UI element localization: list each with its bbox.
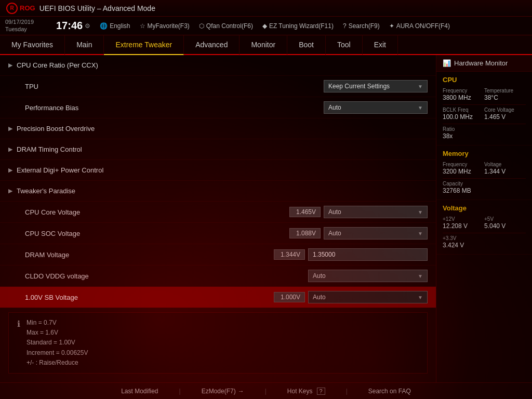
hw-cpu-bclk-label: BCLK Freq — [443, 107, 484, 113]
cpu-core-voltage-arrow-icon: ▼ — [418, 209, 423, 215]
nav-my-favorites-label: My Favorites — [11, 41, 53, 49]
hw-cpu-corevolt-value: 1.465 V — [484, 113, 526, 121]
dram-timing-row[interactable]: ▶ DRAM Timing Control — [0, 139, 436, 160]
hw-divider-4 — [443, 233, 526, 233]
hot-keys-item[interactable]: Hot Keys ? — [287, 388, 325, 395]
last-modified-label: Last Modified — [121, 388, 158, 395]
cpu-soc-voltage-value: 1.088V — [289, 228, 321, 238]
nav-advanced[interactable]: Advanced — [184, 35, 240, 55]
qfan-icon: ⬡ — [199, 22, 204, 30]
nav-monitor[interactable]: Monitor — [240, 35, 287, 55]
hw-volt-12-col: +12V 12.208 V — [443, 216, 484, 230]
info-text-block: Min = 0.7V Max = 1.6V Standard = 1.00V I… — [26, 318, 88, 368]
hw-cpu-corevolt-label: Core Voltage — [484, 107, 526, 113]
cldo-vddg-dropdown[interactable]: Auto ▼ — [308, 270, 428, 282]
nav-bar: My Favorites Main Extreme Tweaker Advanc… — [0, 35, 532, 55]
last-modified-item[interactable]: Last Modified — [121, 388, 158, 395]
cpu-core-voltage-wrapper: 1.465V Auto ▼ — [289, 206, 428, 218]
hw-divider-1 — [443, 104, 526, 105]
info-circle-icon: ℹ — [17, 319, 20, 368]
sb-voltage-value: 1.000V — [274, 292, 305, 302]
external-digi-row[interactable]: ▶ External Digi+ Power Control — [0, 160, 436, 181]
hw-cpu-bclk-corevolt-row: BCLK Freq 100.0 MHz Core Voltage 1.465 V — [443, 107, 526, 121]
hw-voltage-title: Voltage — [443, 204, 526, 212]
performance-bias-row[interactable]: Performance Bias Auto ▼ — [0, 97, 436, 118]
nav-main[interactable]: Main — [65, 35, 104, 55]
main-layout: ▶ CPU Core Ratio (Per CCX) TPU Keep Curr… — [0, 55, 532, 382]
hardware-monitor-panel: 📊 Hardware Monitor CPU Frequency 3800 MH… — [436, 55, 532, 382]
cldo-vddg-row[interactable]: CLDO VDDG voltage Auto ▼ — [0, 265, 436, 287]
aura-label: AURA ON/OFF(F4) — [396, 22, 450, 30]
hw-monitor-icon: 📊 — [443, 59, 451, 67]
hw-mem-freq-value: 3200 MHz — [443, 168, 484, 175]
cpu-soc-voltage-dropdown-value: Auto — [328, 230, 341, 237]
sb-voltage-dropdown[interactable]: Auto ▼ — [308, 291, 428, 303]
day-text: Tuesday — [5, 26, 47, 33]
ez-tuning-item[interactable]: ◆ EZ Tuning Wizard(F11) — [262, 22, 334, 30]
sb-voltage-row[interactable]: 1.00V SB Voltage 1.000V Auto ▼ — [0, 287, 436, 308]
cpu-core-voltage-dropdown[interactable]: Auto ▼ — [324, 206, 428, 218]
nav-main-label: Main — [76, 41, 92, 49]
hw-cpu-freq-temp-row: Frequency 3800 MHz Temperature 38°C — [443, 88, 526, 101]
search-item[interactable]: ? Search(F9) — [343, 22, 380, 30]
qfan-label: Qfan Control(F6) — [206, 22, 253, 30]
language-item[interactable]: 🌐 English — [100, 22, 130, 30]
content-area: ▶ CPU Core Ratio (Per CCX) TPU Keep Curr… — [0, 55, 436, 382]
nav-advanced-label: Advanced — [195, 41, 228, 49]
rog-text: ROG — [20, 4, 35, 12]
performance-bias-dropdown-value: Auto — [328, 104, 341, 111]
cldo-vddg-label: CLDO VDDG voltage — [25, 272, 308, 280]
hw-mem-volt-col: Voltage 1.344 V — [484, 162, 526, 175]
hot-keys-key-icon: ? — [317, 388, 325, 395]
cpu-core-voltage-row[interactable]: CPU Core Voltage 1.465V Auto ▼ — [0, 202, 436, 223]
tpu-dropdown[interactable]: Keep Current Settings ▼ — [324, 80, 428, 92]
search-faq-item[interactable]: Search on FAQ — [368, 388, 411, 395]
aura-item[interactable]: ✦ AURA ON/OFF(F4) — [389, 22, 450, 30]
info-box: ℹ Min = 0.7V Max = 1.6V Standard = 1.00V… — [8, 312, 428, 374]
nav-my-favorites[interactable]: My Favorites — [0, 35, 65, 55]
title-bar-title: UEFI BIOS Utility – Advanced Mode — [39, 4, 155, 12]
hw-mem-freq-col: Frequency 3200 MHz — [443, 162, 484, 175]
hw-cpu-freq-value: 3800 MHz — [443, 94, 484, 101]
nav-boot[interactable]: Boot — [287, 35, 326, 55]
performance-bias-dropdown[interactable]: Auto ▼ — [324, 101, 428, 114]
sb-voltage-arrow-icon: ▼ — [418, 295, 423, 300]
info-max: Max = 1.6V — [26, 328, 88, 338]
cpu-core-voltage-dropdown-value: Auto — [328, 208, 341, 216]
nav-exit[interactable]: Exit — [363, 35, 398, 55]
cpu-core-ratio-row[interactable]: ▶ CPU Core Ratio (Per CCX) — [0, 55, 436, 76]
time-text: 17:46 — [56, 20, 83, 32]
myfavorite-item[interactable]: ☆ MyFavorite(F3) — [140, 22, 190, 30]
precision-boost-row[interactable]: ▶ Precision Boost Overdrive — [0, 118, 436, 139]
tpu-row[interactable]: TPU Keep Current Settings ▼ — [0, 76, 436, 97]
expand-icon-cpu-core-ratio: ▶ — [8, 62, 12, 69]
nav-exit-label: Exit — [374, 41, 386, 49]
performance-bias-label: Performance Bias — [25, 104, 324, 112]
cpu-soc-voltage-label: CPU SOC Voltage — [25, 230, 289, 237]
cpu-core-voltage-label: CPU Core Voltage — [25, 208, 289, 216]
dram-voltage-row[interactable]: DRAM Voltage 1.344V 1.35000 — [0, 244, 436, 265]
language-label: English — [110, 22, 130, 30]
info-increment: Increment = 0.00625V — [26, 348, 88, 358]
ez-mode-item[interactable]: EzMode(F7) → — [202, 388, 244, 395]
nav-tool[interactable]: Tool — [326, 35, 363, 55]
nav-boot-label: Boot — [299, 41, 314, 49]
ez-mode-label: EzMode(F7) — [202, 388, 236, 395]
ez-tuning-icon: ◆ — [262, 22, 267, 30]
performance-bias-dropdown-wrapper: Auto ▼ — [324, 101, 428, 114]
sb-voltage-label: 1.00V SB Voltage — [25, 294, 274, 301]
sb-voltage-wrapper: 1.000V Auto ▼ — [274, 291, 428, 303]
hw-cpu-temp-col: Temperature 38°C — [484, 88, 526, 101]
dram-voltage-text-field[interactable]: 1.35000 — [308, 248, 428, 261]
aura-icon: ✦ — [389, 22, 394, 30]
dram-voltage-wrapper: 1.344V 1.35000 — [274, 248, 428, 261]
tweakers-paradise-row[interactable]: ▶ Tweaker's Paradise — [0, 181, 436, 202]
expand-icon-external-digi: ▶ — [8, 167, 12, 174]
time-block: 17:46 ⚙ — [56, 20, 90, 32]
rog-logo: R ROG — [6, 3, 35, 14]
qfan-item[interactable]: ⬡ Qfan Control(F6) — [199, 22, 253, 30]
nav-extreme-tweaker[interactable]: Extreme Tweaker — [104, 35, 184, 55]
settings-gear-icon[interactable]: ⚙ — [85, 22, 90, 30]
cpu-soc-voltage-dropdown[interactable]: Auto ▼ — [324, 227, 428, 240]
cpu-soc-voltage-row[interactable]: CPU SOC Voltage 1.088V Auto ▼ — [0, 223, 436, 244]
